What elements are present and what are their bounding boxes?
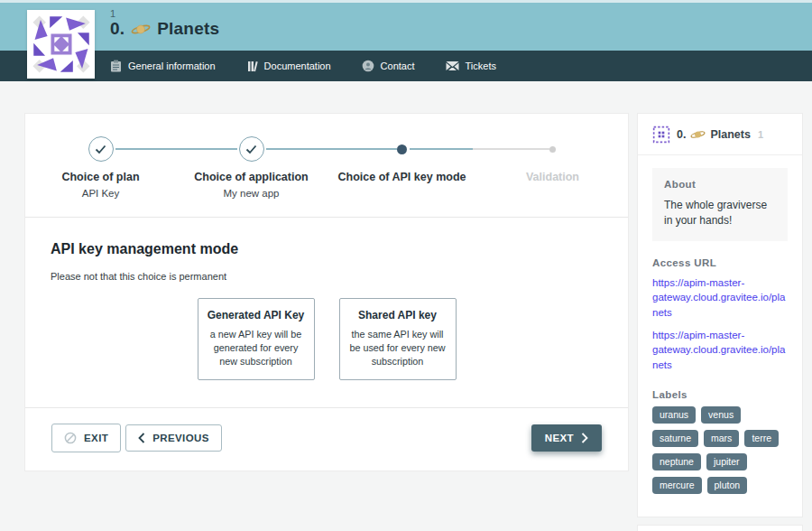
section-note: Please not that this choice is permanent [51,271,603,282]
access-url-link[interactable]: https://apim-master-gateway.cloud.gravit… [652,328,788,373]
connected-applications-card: Connected application to API Key (1) [637,525,803,531]
api-version-badge: 1 [110,8,219,19]
api-key-mode-options: Generated API Key a new API key will be … [51,298,603,380]
top-banner: 1 0. Planets [0,0,812,51]
about-box: About The whole graviverse in your hands… [652,168,788,241]
step-label: Choice of API key mode [338,171,466,183]
next-button-label: NEXT [545,433,574,443]
about-heading: About [664,179,776,190]
chevron-right-icon [581,433,588,443]
step-choice-of-api-key-mode: Choice of API key mode [327,135,477,199]
step-done-circle [239,136,264,162]
connected-applications-body: Connected application to API Key (1) [638,526,802,531]
access-url-heading: Access URL [652,257,788,268]
label-tag: terre [744,430,779,447]
exit-button[interactable]: EXIT [51,424,121,452]
checkmark-icon [245,144,257,154]
sidebar: 0. Planets 1 About Th [637,113,803,531]
label-tag: pluton [707,477,748,494]
nav-contact[interactable]: Contact [362,60,415,72]
api-navbar: General information Documentation Contac… [0,51,812,81]
option-description: the same API key will be used for every … [347,328,448,368]
label-tag: neptune [652,453,701,470]
step-choice-of-plan: Choice of plan API Key [25,135,176,199]
wizard-footer: EXIT PREVIOUS NEXT [25,407,628,470]
nav-general-information[interactable]: General information [110,60,216,72]
label-tags: uranus venus saturne mars terre neptune … [652,406,788,500]
saturn-icon [131,23,151,36]
api-info-card: 0. Planets 1 About Th [637,113,803,517]
step-validation: Validation [477,135,628,199]
nav-item-label: Contact [381,61,415,71]
clipboard-icon [110,60,122,72]
step-current-dot [397,144,407,154]
exit-button-label: EXIT [84,433,108,443]
option-description: a new API key will be generated for ever… [206,328,307,368]
access-url-link[interactable]: https://apim-master-gateway.cloud.gravit… [652,275,788,321]
nav-item-label: General information [128,61,216,71]
step-sublabel: API Key [82,188,120,199]
api-title-name: Planets [157,19,219,39]
books-icon [246,61,258,72]
sidebar-api-title: 0. Planets 1 [677,128,763,141]
option-shared-api-key[interactable]: Shared API key the same API key will be … [339,298,457,380]
api-title-number: 0. [110,19,125,39]
api-key-mode-section: API key management mode Please not that … [25,218,628,407]
step-choice-of-application: Choice of application My new app [176,135,327,199]
api-logo [27,10,95,79]
subscription-stepper: Choice of plan API Key Choice of applica… [25,114,628,217]
label-tag: mars [704,430,739,447]
step-pending-dot [549,146,556,153]
step-sublabel: My new app [223,188,279,199]
nav-item-label: Tickets [466,61,496,71]
step-label: Choice of plan [61,171,139,183]
sidebar-api-title-name: Planets [710,128,750,141]
label-tag: uranus [652,406,696,424]
api-info-body: About The whole graviverse in your hands… [638,155,802,517]
page-title: 0. Planets [110,19,219,39]
sidebar-api-title-number: 0. [677,128,686,141]
label-tag: venus [701,406,741,424]
gravitee-pinwheel-icon [32,15,90,73]
content-area: Choice of plan API Key Choice of applica… [0,81,812,531]
nav-documentation[interactable]: Documentation [246,61,331,72]
person-icon [362,60,374,72]
chevron-left-icon [138,433,145,443]
step-done-circle [88,136,114,162]
sidebar-api-version-badge: 1 [758,129,763,140]
labels-heading: Labels [652,389,788,400]
nav-tickets[interactable]: Tickets [446,61,496,71]
api-mini-logo-icon [652,126,670,144]
page: 1 0. Planets [0,0,812,531]
label-tag: saturne [652,430,698,447]
next-button[interactable]: NEXT [531,424,602,452]
saturn-icon [690,129,706,140]
option-generated-api-key[interactable]: Generated API Key a new API key will be … [198,298,315,380]
step-label: Validation [526,171,579,183]
api-title-block: 1 0. Planets [110,8,219,39]
api-info-header: 0. Planets 1 [638,114,802,155]
option-title: Generated API Key [206,309,307,321]
checkmark-icon [95,144,106,154]
previous-button[interactable]: PREVIOUS [125,424,222,452]
option-title: Shared API key [347,309,448,321]
about-text: The whole graviverse in your hands! [664,198,776,228]
nav-item-label: Documentation [264,61,331,71]
label-tag: mercure [652,477,702,494]
section-heading: API key management mode [51,241,603,257]
label-tag: jupiter [706,453,747,470]
step-label: Choice of application [194,171,308,183]
block-icon [64,432,77,444]
subscription-wizard-card: Choice of plan API Key Choice of applica… [24,113,629,471]
previous-button-label: PREVIOUS [152,433,209,443]
send-icon [446,61,459,71]
